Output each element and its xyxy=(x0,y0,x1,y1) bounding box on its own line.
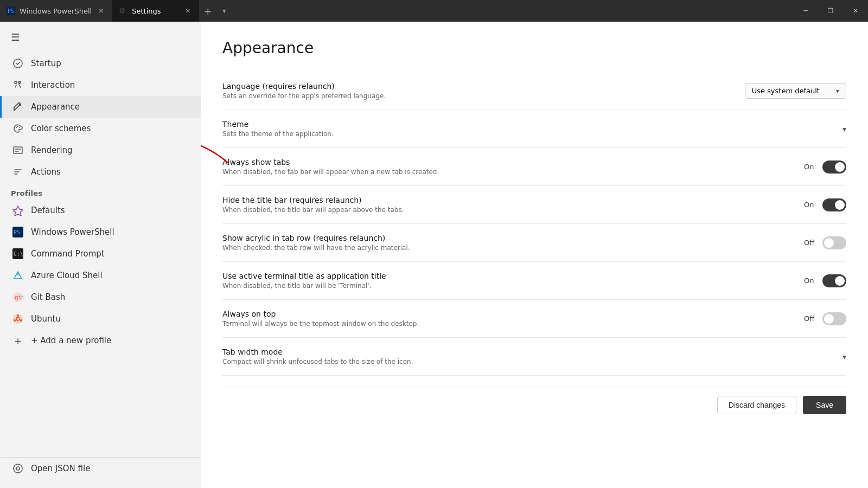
tab-powershell[interactable]: PS Windows PowerShell ✕ xyxy=(0,0,112,22)
setting-row-language: Language (requires relaunch) Sets an ove… xyxy=(222,72,846,110)
tab-powershell-close[interactable]: ✕ xyxy=(96,6,106,16)
tab-dropdown-button[interactable]: ▾ xyxy=(216,0,232,22)
setting-row-active-title: Use active terminal title as application… xyxy=(222,262,846,300)
tab-settings[interactable]: ⚙ Settings ✕ xyxy=(112,0,199,22)
setting-row-theme: Theme Sets the theme of the application.… xyxy=(222,110,846,148)
interaction-icon xyxy=(12,80,23,91)
page-title: Appearance xyxy=(222,39,846,57)
sidebar-item-gitbash[interactable]: git Git Bash xyxy=(0,286,201,308)
sidebar-item-actions[interactable]: Actions xyxy=(0,161,201,183)
colorschemes-icon xyxy=(12,123,23,134)
save-button[interactable]: Save xyxy=(803,396,846,414)
sidebar-item-add-profile[interactable]: + + Add a new profile xyxy=(0,330,201,351)
svg-text:C:\: C:\ xyxy=(14,251,23,257)
setting-desc-active-title: When disabled, the title bar will be 'Te… xyxy=(222,282,795,290)
svg-point-17 xyxy=(20,319,22,322)
json-icon xyxy=(12,463,23,474)
ubuntu-icon xyxy=(12,313,23,324)
sidebar-item-rendering-label: Rendering xyxy=(31,145,73,155)
defaults-icon xyxy=(12,205,23,216)
powershell-profile-icon: PS xyxy=(12,227,23,237)
sidebar-item-rendering[interactable]: Rendering xyxy=(0,139,201,161)
sidebar-item-gitbash-label: Git Bash xyxy=(31,292,65,302)
discard-changes-button[interactable]: Discard changes xyxy=(717,396,796,414)
setting-desc-always-show-tabs: When disabled, the tab bar will appear w… xyxy=(222,168,795,176)
svg-text:PS: PS xyxy=(14,229,20,235)
azure-icon xyxy=(12,270,23,281)
close-button[interactable]: ✕ xyxy=(843,0,868,22)
sidebar-item-azure-label: Azure Cloud Shell xyxy=(31,271,103,280)
language-dropdown[interactable]: Use system default ▾ xyxy=(745,83,846,99)
setting-text-acrylic-tab-row: Show acrylic in tab row (requires relaun… xyxy=(222,234,795,252)
settings-tab-icon: ⚙ xyxy=(119,7,127,15)
setting-title-active-title: Use active terminal title as application… xyxy=(222,272,795,280)
setting-title-always-on-top: Always on top xyxy=(222,310,795,318)
setting-title-acrylic-tab-row: Show acrylic in tab row (requires relaun… xyxy=(222,234,795,242)
active-title-toggle[interactable] xyxy=(822,274,846,287)
setting-text-tab-width-mode: Tab width mode Compact will shrink unfoc… xyxy=(222,348,834,365)
always-on-top-label: Off xyxy=(804,314,817,323)
acrylic-tab-row-label: Off xyxy=(804,239,817,247)
setting-text-always-on-top: Always on top Terminal will always be th… xyxy=(222,310,795,328)
sidebar-item-open-json-label: Open JSON file xyxy=(31,464,90,473)
setting-text-always-show-tabs: Always show tabs When disabled, the tab … xyxy=(222,158,795,176)
sidebar-item-powershell-profile[interactable]: PS Windows PowerShell xyxy=(0,221,201,243)
sidebar-item-actions-label: Actions xyxy=(31,167,61,177)
sidebar-item-open-json[interactable]: Open JSON file xyxy=(0,457,201,479)
sidebar-item-ubuntu[interactable]: Ubuntu xyxy=(0,308,201,330)
setting-desc-language: Sets an override for the app's preferred… xyxy=(222,92,736,100)
svg-point-20 xyxy=(14,464,22,473)
sidebar-item-azure[interactable]: Azure Cloud Shell xyxy=(0,265,201,286)
svg-point-5 xyxy=(17,126,18,127)
active-title-label: On xyxy=(804,277,817,285)
tab-settings-label: Settings xyxy=(132,7,178,15)
hide-title-bar-toggle[interactable] xyxy=(822,198,846,211)
sidebar-item-startup[interactable]: Startup xyxy=(0,53,201,74)
setting-desc-theme: Sets the theme of the application. xyxy=(222,130,834,138)
theme-chevron[interactable]: ▾ xyxy=(843,125,846,133)
hamburger-menu[interactable]: ☰ xyxy=(0,22,201,53)
language-dropdown-value: Use system default xyxy=(752,87,820,95)
setting-desc-hide-title-bar: When disabled, the title bar will appear… xyxy=(222,206,795,214)
setting-control-tab-width-mode: ▾ xyxy=(843,352,846,361)
gitbash-icon: git xyxy=(12,292,23,303)
always-show-tabs-toggle[interactable] xyxy=(822,160,846,174)
app-body: ☰ Startup Interaction xyxy=(0,22,868,488)
acrylic-tab-row-toggle[interactable] xyxy=(822,236,846,249)
actions-icon xyxy=(12,166,23,177)
setting-control-always-on-top: Off xyxy=(804,312,846,325)
always-on-top-toggle[interactable] xyxy=(822,312,846,325)
setting-text-active-title: Use active terminal title as application… xyxy=(222,272,795,290)
sidebar-item-add-profile-label: + Add a new profile xyxy=(31,336,111,345)
hide-title-bar-label: On xyxy=(804,201,817,209)
setting-title-hide-title-bar: Hide the title bar (requires relaunch) xyxy=(222,196,795,204)
rendering-icon xyxy=(12,145,23,156)
setting-control-hide-title-bar: On xyxy=(804,198,846,211)
sidebar-item-interaction[interactable]: Interaction xyxy=(0,74,201,96)
setting-control-always-show-tabs: On xyxy=(804,160,846,174)
new-tab-button[interactable]: + xyxy=(199,0,216,22)
footer-bar: Discard changes Save xyxy=(222,387,846,414)
setting-title-language: Language (requires relaunch) xyxy=(222,82,736,91)
sidebar-item-cmd[interactable]: C:\ Command Prompt xyxy=(0,243,201,265)
tab-settings-close[interactable]: ✕ xyxy=(183,6,193,16)
setting-text-language: Language (requires relaunch) Sets an ove… xyxy=(222,82,736,100)
powershell-tab-icon: PS xyxy=(7,7,15,15)
setting-title-always-show-tabs: Always show tabs xyxy=(222,158,795,166)
svg-point-18 xyxy=(14,319,16,322)
add-profile-icon: + xyxy=(12,335,23,346)
setting-title-theme: Theme xyxy=(222,120,834,129)
sidebar-item-colorschemes[interactable]: Color schemes xyxy=(0,118,201,139)
cmd-icon: C:\ xyxy=(12,248,23,259)
svg-point-3 xyxy=(18,81,21,84)
tab-width-mode-chevron[interactable]: ▾ xyxy=(843,352,846,361)
minimize-button[interactable]: ─ xyxy=(793,0,818,22)
sidebar-item-appearance[interactable]: Appearance xyxy=(0,96,201,118)
svg-text:PS: PS xyxy=(8,8,14,14)
sidebar-item-defaults[interactable]: Defaults xyxy=(0,200,201,221)
setting-desc-tab-width-mode: Compact will shrink unfocused tabs to th… xyxy=(222,358,834,365)
sidebar: ☰ Startup Interaction xyxy=(0,22,201,488)
maximize-button[interactable]: ❐ xyxy=(818,0,843,22)
setting-control-language: Use system default ▾ xyxy=(745,83,846,99)
svg-text:git: git xyxy=(15,294,23,301)
